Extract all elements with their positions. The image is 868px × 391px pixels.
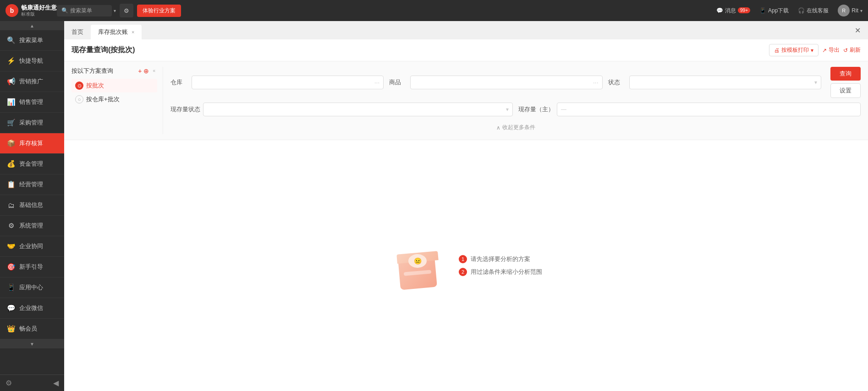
stock-qty-label: 现存量（主） [518, 105, 554, 114]
online-service-item[interactable]: 🎧 在线客服 [798, 7, 829, 15]
sidebar-item-operations[interactable]: 📋 经营管理 [0, 174, 64, 195]
sidebar-item-basic[interactable]: 🗂 基础信息 [0, 195, 64, 216]
warehouse-field: 仓库 ··· [170, 76, 384, 89]
filter-row-2: 现存量状态 ▾ 现存量（主） — [170, 103, 861, 116]
app-version: 标准版 [21, 11, 57, 17]
sidebar-item-label-app-center: 应用中心 [19, 283, 43, 292]
filter-area: 按以下方案查询 + ⊕ « ⊙ 按批次 ○ 按仓库+批次 [64, 61, 868, 140]
menu-search-box[interactable]: 🔍 搜索菜单 [57, 5, 112, 16]
tab-home[interactable]: 首页 [64, 25, 91, 39]
filter-scheme-title-text: 按以下方案查询 [71, 67, 113, 75]
app-download-item[interactable]: 📱 App下载 [759, 7, 789, 15]
sidebar-item-enterprise-wechat[interactable]: 💬 企业微信 [0, 298, 64, 319]
close-icon: ✕ [855, 26, 861, 35]
sidebar-item-label-basic: 基础信息 [19, 201, 43, 209]
stock-status-select[interactable]: ▾ [203, 103, 513, 116]
empty-tip-1: 1 请先选择要分析的方案 [459, 255, 542, 263]
sales-icon: 📊 [6, 98, 16, 107]
stock-qty-field: 现存量（主） — [518, 103, 861, 116]
experience-btn[interactable]: 体验行业方案 [137, 5, 181, 17]
tip-1-text: 请先选择要分析的方案 [471, 255, 530, 263]
main-layout: ▲ 🔍 搜索菜单 ⚡ 快捷导航 📢 营销推广 📊 销售管理 🛒 采购管理 📦 库… [0, 21, 868, 391]
sidebar-item-member[interactable]: 👑 畅会员 [0, 319, 64, 339]
scheme-collapse-icon[interactable]: « [151, 67, 157, 75]
top-settings-button[interactable]: ⚙ [120, 4, 133, 17]
app-download-label: App下载 [768, 7, 789, 15]
sidebar-item-label-search: 搜索菜单 [19, 36, 43, 44]
sidebar-item-finance[interactable]: 💰 资金管理 [0, 154, 64, 174]
status-select[interactable]: ▾ [629, 76, 821, 89]
sidebar-item-search[interactable]: 🔍 搜索菜单 [0, 30, 64, 51]
search-icon: 🔍 [61, 7, 68, 14]
sidebar-item-quick-nav[interactable]: ⚡ 快捷导航 [0, 51, 64, 71]
empty-face: 😐 [408, 254, 427, 268]
logo-text: 畅康通好生意 标准版 [21, 4, 57, 17]
sidebar-scroll-down[interactable]: ▼ [0, 339, 64, 348]
sidebar-item-label-purchase: 采购管理 [19, 119, 43, 127]
collapse-more-button[interactable]: ∧ 收起更多条件 [170, 121, 861, 134]
top-bar: b 畅康通好生意 标准版 🔍 搜索菜单 ▾ ⚙ 体验行业方案 💬 消息 99 📱… [0, 0, 868, 21]
sidebar-item-label-operations: 经营管理 [19, 180, 43, 189]
sidebar-item-marketing[interactable]: 📢 营销推广 [0, 71, 64, 92]
messages-item[interactable]: 💬 消息 99 [716, 7, 750, 15]
online-service-label: 在线客服 [807, 7, 829, 15]
member-icon: 👑 [6, 324, 16, 333]
sidebar-item-app-center[interactable]: 📱 应用中心 [0, 277, 64, 298]
messages-label: 消息 [725, 7, 736, 15]
purchase-icon: 🛒 [6, 118, 16, 127]
sidebar-item-inventory[interactable]: 📦 库存核算 [0, 133, 64, 154]
search-placeholder: 搜索菜单 [70, 7, 92, 15]
empty-state: 😐 1 请先选择要分析的方案 2 用过滤条件来缩小分析范围 [64, 140, 868, 391]
scheme-item-batch[interactable]: ⊙ 按批次 [71, 79, 157, 92]
template-print-button[interactable]: 🖨 按模板打印 ▾ [769, 44, 819, 56]
warehouse-input[interactable]: ··· [192, 76, 384, 89]
sidebar-item-sales[interactable]: 📊 销售管理 [0, 92, 64, 113]
refresh-button[interactable]: ↺ 刷新 [843, 46, 861, 54]
app-name: 畅康通好生意 [21, 4, 57, 11]
stock-status-field: 现存量状态 ▾ [170, 103, 513, 116]
tab-close-inventory-batch[interactable]: × [132, 29, 134, 35]
tip-1-num: 1 [459, 255, 467, 263]
logo-icon: b [5, 4, 18, 17]
scheme-item-warehouse-batch[interactable]: ○ 按仓库+批次 [71, 92, 157, 106]
scheme-batch-label: 按批次 [86, 81, 104, 90]
filter-settings-button[interactable]: 设置 [830, 83, 861, 98]
export-button[interactable]: ↗ 导出 [822, 46, 840, 54]
filter-scheme-actions: + ⊕ « [138, 67, 157, 75]
user-name: Rit [852, 7, 858, 14]
collapse-more-icon: ∧ [496, 125, 500, 131]
user-item[interactable]: R Rit ▾ [838, 5, 863, 16]
basic-icon: 🗂 [6, 201, 16, 210]
sidebar-item-system[interactable]: ⚙ 系统管理 [0, 216, 64, 236]
stock-qty-dash: — [561, 106, 566, 113]
top-bar-right: 💬 消息 99 📱 App下载 🎧 在线客服 R Rit ▾ [716, 5, 863, 16]
search-chevron[interactable]: ▾ [114, 8, 116, 13]
sidebar-bottom-collapse-icon[interactable]: ◀ [53, 379, 59, 387]
sidebar-item-label-system: 系统管理 [19, 222, 43, 230]
sidebar-item-label-enterprise-wechat: 企业微信 [19, 304, 43, 312]
status-label: 状态 [608, 78, 626, 87]
sidebar: ▲ 🔍 搜索菜单 ⚡ 快捷导航 📢 营销推广 📊 销售管理 🛒 采购管理 📦 库… [0, 21, 64, 391]
add-scheme-icon[interactable]: + [138, 67, 142, 75]
sidebar-item-newbie[interactable]: 🎯 新手引导 [0, 257, 64, 277]
scheme-warehouse-batch-icon: ○ [75, 95, 83, 103]
sidebar-item-purchase[interactable]: 🛒 采购管理 [0, 113, 64, 133]
search-menu-icon: 🔍 [6, 36, 16, 45]
tab-bar-close-button[interactable]: ✕ [847, 21, 868, 39]
sidebar-item-enterprise[interactable]: 🤝 企业协同 [0, 236, 64, 257]
product-field: 商品 ··· [389, 76, 602, 89]
scheme-settings-icon[interactable]: ⊕ [143, 67, 149, 75]
export-icon: ↗ [822, 47, 827, 54]
print-chevron-icon: ▾ [811, 47, 813, 54]
tab-inventory-batch[interactable]: 库存批次账 × [91, 25, 142, 39]
inventory-icon: 📦 [6, 139, 16, 148]
sidebar-item-label-newbie: 新手引导 [19, 263, 43, 271]
product-input[interactable]: ··· [410, 76, 602, 89]
sidebar-bottom-settings-icon[interactable]: ⚙ [5, 379, 12, 387]
user-chevron: ▾ [860, 8, 863, 13]
stock-qty-range[interactable]: — [557, 103, 861, 116]
scheme-batch-icon: ⊙ [75, 81, 83, 90]
sidebar-scroll-up[interactable]: ▲ [0, 21, 64, 30]
query-button[interactable]: 查询 [830, 67, 861, 81]
stock-status-chevron: ▾ [506, 106, 509, 113]
